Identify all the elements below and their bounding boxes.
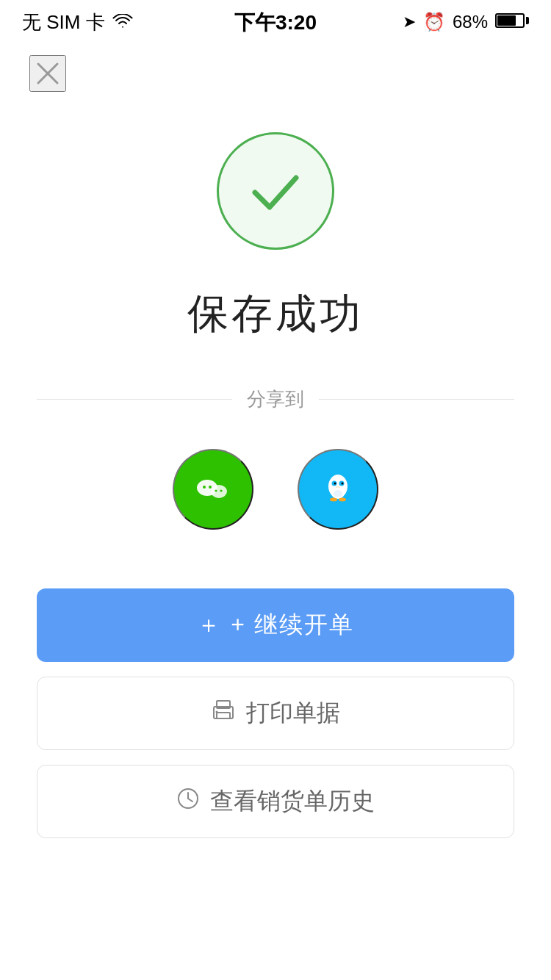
share-label: 分享到 bbox=[247, 386, 304, 412]
continue-label: + 继续开单 bbox=[231, 609, 354, 641]
success-title: 保存成功 bbox=[187, 287, 364, 342]
svg-rect-20 bbox=[217, 713, 230, 718]
svg-point-11 bbox=[334, 483, 336, 485]
svg-point-15 bbox=[334, 490, 342, 497]
history-button[interactable]: 查看销货单历史 bbox=[37, 765, 514, 838]
success-icon-circle bbox=[217, 132, 334, 250]
history-icon bbox=[176, 787, 200, 816]
close-button[interactable] bbox=[29, 55, 66, 92]
share-divider: 分享到 bbox=[37, 386, 514, 412]
close-icon bbox=[35, 61, 60, 86]
svg-line-24 bbox=[188, 799, 192, 801]
status-time: 下午3:20 bbox=[234, 9, 317, 37]
action-buttons: ＋ + 继续开单 打印单据 bbox=[37, 588, 514, 838]
wechat-icon bbox=[191, 467, 235, 511]
svg-point-12 bbox=[342, 483, 344, 485]
alarm-icon: ⏰ bbox=[423, 12, 445, 32]
carrier-wifi: 无 SIM 卡 bbox=[22, 10, 133, 35]
battery-icon bbox=[495, 12, 529, 32]
nav-bar bbox=[0, 44, 551, 103]
svg-point-7 bbox=[220, 489, 222, 491]
qq-icon bbox=[316, 467, 360, 511]
divider-left bbox=[37, 399, 232, 400]
svg-point-16 bbox=[330, 498, 337, 502]
continue-button[interactable]: ＋ + 继续开单 bbox=[37, 588, 514, 662]
svg-point-4 bbox=[203, 486, 206, 489]
carrier-text: 无 SIM 卡 bbox=[22, 10, 105, 35]
qq-share-button[interactable] bbox=[298, 449, 378, 530]
svg-point-5 bbox=[209, 486, 212, 489]
svg-point-6 bbox=[215, 489, 217, 491]
print-icon bbox=[211, 699, 236, 727]
continue-icon: ＋ bbox=[197, 609, 220, 641]
status-right-icons: ➤ ⏰ 68% bbox=[403, 12, 529, 32]
print-button[interactable]: 打印单据 bbox=[37, 677, 514, 750]
svg-point-21 bbox=[216, 711, 218, 713]
share-icons-row bbox=[173, 449, 378, 530]
checkmark-icon bbox=[246, 162, 305, 220]
print-label: 打印单据 bbox=[246, 697, 340, 729]
battery-percentage: 68% bbox=[453, 12, 488, 32]
wifi-icon bbox=[112, 11, 133, 34]
wechat-share-button[interactable] bbox=[173, 449, 253, 530]
history-label: 查看销货单历史 bbox=[210, 785, 375, 818]
divider-right bbox=[319, 399, 514, 400]
status-bar: 无 SIM 卡 下午3:20 ➤ ⏰ 68% bbox=[0, 0, 551, 44]
svg-point-3 bbox=[211, 485, 227, 498]
svg-point-17 bbox=[339, 498, 346, 502]
main-content: 保存成功 分享到 bbox=[0, 103, 551, 980]
location-icon: ➤ bbox=[403, 12, 416, 32]
